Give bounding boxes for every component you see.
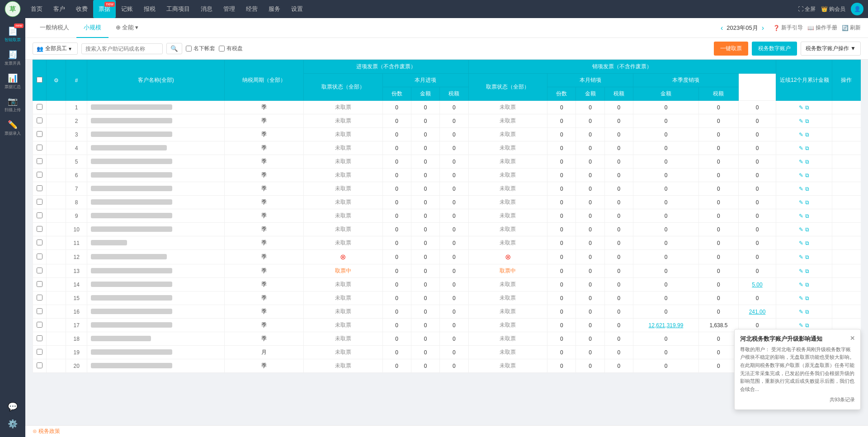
edit-button[interactable]: ✎: [799, 159, 803, 165]
copy-button[interactable]: ⧉: [805, 240, 809, 246]
sidebar-item-gear[interactable]: ⚙️: [0, 415, 25, 432]
edit-button[interactable]: ✎: [799, 322, 803, 329]
edit-button[interactable]: ✎: [799, 295, 803, 301]
row-checkbox[interactable]: [37, 117, 42, 123]
edit-button[interactable]: ✎: [799, 118, 803, 124]
next-month-button[interactable]: ›: [762, 24, 764, 32]
nav-business[interactable]: 工商项目: [161, 0, 195, 18]
copy-button[interactable]: ⧉: [805, 213, 809, 219]
customer-name[interactable]: ████████████████████: [87, 346, 225, 359]
tab-all[interactable]: ⊕全能 ▾: [108, 18, 146, 38]
customer-name[interactable]: ████████████████: [87, 114, 225, 128]
edit-button[interactable]: ✎: [799, 186, 803, 192]
nav-accounting[interactable]: 记账: [116, 0, 138, 18]
nav-invoice[interactable]: 票据 new: [93, 0, 116, 18]
search-button[interactable]: 🔍: [166, 43, 182, 54]
tax-disk-checkbox[interactable]: [219, 46, 225, 52]
copy-button[interactable]: ⧉: [805, 309, 809, 315]
refresh-button[interactable]: 🔄 刷新: [842, 24, 861, 32]
customer-name[interactable]: ████████████████████: [87, 209, 225, 223]
employee-select[interactable]: 👥 全部员工 ▾: [33, 42, 78, 55]
copy-button[interactable]: ⧉: [805, 118, 809, 124]
customer-name[interactable]: ████████████████: [87, 101, 225, 114]
sub-account-checkbox[interactable]: [186, 46, 192, 52]
copy-button[interactable]: ⧉: [805, 254, 809, 260]
fullscreen-button[interactable]: ⛶全屏: [798, 5, 816, 13]
customer-name[interactable]: ████████████████: [87, 223, 225, 236]
th-input-count[interactable]: 份数: [382, 87, 411, 101]
tax-disk-checkbox-label[interactable]: 有税盘: [219, 45, 243, 52]
customer-name[interactable]: ████████████████████████: [87, 196, 225, 209]
customer-name[interactable]: ████ e: [87, 236, 225, 250]
nav-home[interactable]: 首页: [25, 0, 48, 18]
edit-button[interactable]: ✎: [799, 254, 803, 260]
th-input-amount[interactable]: 金额: [411, 87, 439, 101]
customer-name[interactable]: ████████████: [87, 250, 225, 264]
user-avatar[interactable]: 👤: [851, 3, 863, 15]
th-credit-amount[interactable]: 金额: [633, 87, 699, 101]
th-output-amount[interactable]: 金额: [576, 87, 604, 101]
copy-button[interactable]: ⧉: [805, 132, 809, 138]
member-button[interactable]: 👑购会员: [821, 5, 845, 13]
nav-service[interactable]: 服务: [263, 0, 286, 18]
customer-name[interactable]: ████████████████: [87, 128, 225, 141]
customer-name[interactable]: ████████ ⬛: [87, 332, 225, 346]
sidebar-item-invoice-summary[interactable]: 📊 票据汇总: [0, 70, 25, 93]
sidebar-item-scan-upload[interactable]: 📷 扫描上传: [0, 93, 25, 116]
nav-settings[interactable]: 设置: [286, 0, 308, 18]
customer-name[interactable]: ████████████████████: [87, 264, 225, 278]
edit-button[interactable]: ✎: [799, 199, 803, 206]
edit-button[interactable]: ✎: [799, 309, 803, 315]
edit-button[interactable]: ✎: [799, 226, 803, 233]
row-checkbox[interactable]: [37, 254, 42, 259]
copy-button[interactable]: ⧉: [805, 268, 809, 274]
sidebar-item-invoice-entry[interactable]: ✏️ 票据录入: [0, 116, 25, 140]
nav-manage[interactable]: 管理: [218, 0, 241, 18]
copy-button[interactable]: ⧉: [805, 186, 809, 192]
edit-button[interactable]: ✎: [799, 213, 803, 219]
row-checkbox[interactable]: [37, 349, 42, 355]
copy-button[interactable]: ⧉: [805, 145, 809, 151]
nav-operation[interactable]: 经营: [241, 0, 263, 18]
edit-button[interactable]: ✎: [799, 282, 803, 288]
row-checkbox[interactable]: [37, 158, 42, 164]
row-checkbox[interactable]: [37, 226, 42, 232]
row-checkbox[interactable]: [37, 172, 42, 178]
edit-button[interactable]: ✎: [799, 240, 803, 246]
customer-name[interactable]: ████████████████████: [87, 182, 225, 196]
th-input-status[interactable]: 取票状态（全部）: [304, 74, 383, 101]
copy-button[interactable]: ⧉: [805, 282, 809, 288]
customer-name[interactable]: ████████████████: [87, 359, 225, 373]
sub-account-checkbox-label[interactable]: 名下帐套: [186, 45, 215, 52]
copy-button[interactable]: ⧉: [805, 104, 809, 111]
sidebar-item-chat[interactable]: 💬: [0, 398, 25, 415]
sidebar-item-smart-fetch[interactable]: 📄 智能取票 new: [0, 23, 25, 46]
row-checkbox[interactable]: [37, 281, 42, 287]
customer-name[interactable]: ████████████████: [87, 278, 225, 291]
row-checkbox[interactable]: [37, 268, 42, 273]
row-checkbox[interactable]: [37, 145, 42, 150]
popup-close-button[interactable]: ✕: [850, 335, 855, 343]
row-checkbox[interactable]: [37, 104, 42, 110]
manual-button[interactable]: 📖 操作手册: [807, 24, 837, 32]
copy-button[interactable]: ⧉: [805, 295, 809, 301]
nav-message[interactable]: 消息: [195, 0, 218, 18]
edit-button[interactable]: ✎: [799, 268, 803, 274]
credit-amount-value[interactable]: 12,621,319.99: [649, 322, 684, 329]
month12-value[interactable]: 241.00: [749, 309, 766, 315]
row-checkbox[interactable]: [37, 131, 42, 137]
month12-value[interactable]: 5.00: [752, 282, 762, 288]
digital-tax-account-button[interactable]: 税务数字账户: [752, 42, 797, 56]
tax-policy-link[interactable]: ⊙ 税务政策: [33, 428, 60, 435]
customer-name[interactable]: ████████████████████████████: [87, 319, 225, 332]
row-checkbox[interactable]: [37, 185, 42, 191]
row-checkbox[interactable]: [37, 335, 42, 341]
guide-button[interactable]: ❓ 新手引导: [773, 24, 803, 32]
edit-button[interactable]: ✎: [799, 172, 803, 179]
digital-tax-operations-button[interactable]: 税务数字账户操作 ▼: [801, 42, 861, 56]
nav-fees[interactable]: 收费: [71, 0, 93, 18]
sidebar-item-invoice-open[interactable]: 🧾 发票开具: [0, 46, 25, 70]
row-checkbox[interactable]: [37, 212, 42, 218]
customer-name[interactable]: ████████████████: [87, 169, 225, 182]
copy-button[interactable]: ⧉: [805, 226, 809, 233]
